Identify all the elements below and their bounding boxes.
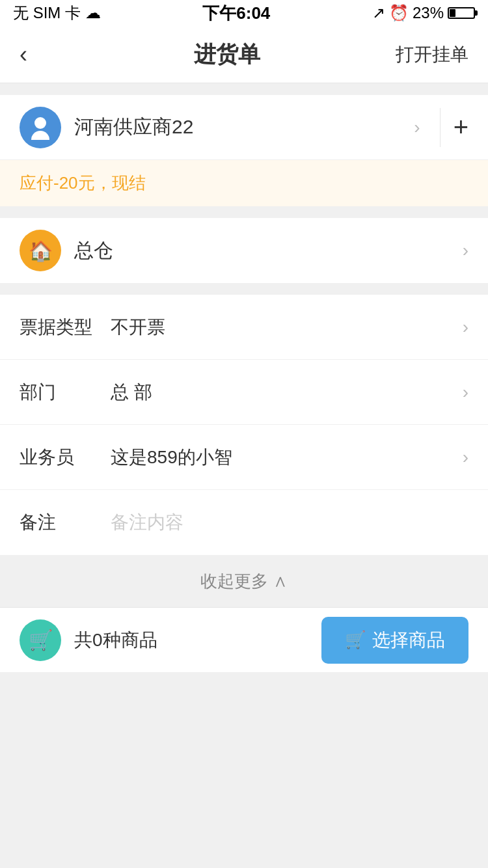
warehouse-chevron-icon: › [463, 240, 468, 261]
salesperson-chevron-icon: › [463, 447, 468, 468]
status-right: ↗ ⏰ 23% [372, 4, 475, 22]
warehouse-row[interactable]: 🏠 总仓 › [0, 218, 488, 283]
department-row[interactable]: 部门 总 部 › [0, 360, 488, 425]
top-divider [0, 83, 488, 95]
page-title: 进货单 [194, 40, 260, 70]
add-supplier-button[interactable]: + [454, 113, 468, 142]
battery-icon [448, 7, 475, 19]
warehouse-icon-wrap: 🏠 [20, 230, 61, 271]
vertical-divider [440, 108, 441, 147]
supplier-name: 河南供应商22 [74, 114, 414, 141]
cart-icon: 🛒 [29, 629, 53, 651]
invoice-type-row[interactable]: 票据类型 不开票 › [0, 295, 488, 360]
supplier-avatar [20, 107, 61, 148]
section-gap-1 [0, 206, 488, 218]
note-value: 备注内容 [111, 510, 468, 535]
bottom-bar: 🛒 共0种商品 🛒 选择商品 [0, 607, 488, 672]
cart-icon-wrap: 🛒 [20, 619, 61, 661]
house-icon: 🏠 [29, 239, 53, 262]
supplier-row[interactable]: 河南供应商22 › + [0, 95, 488, 160]
page-fill [0, 672, 488, 867]
invoice-type-label: 票据类型 [20, 315, 111, 340]
department-value: 总 部 [111, 380, 463, 405]
sim-label: 无 SIM 卡 ☁ [13, 3, 101, 23]
status-time: 下午6:04 [202, 2, 270, 25]
open-pending-button[interactable]: 打开挂单 [396, 42, 468, 67]
invoice-type-chevron-icon: › [463, 317, 468, 338]
salesperson-label: 业务员 [20, 445, 111, 470]
warehouse-name: 总仓 [74, 237, 463, 264]
location-icon: ↗ [372, 4, 385, 22]
salesperson-row[interactable]: 业务员 这是859的小智 › [0, 425, 488, 490]
form-section: 票据类型 不开票 › 部门 总 部 › 业务员 这是859的小智 › 备注 备注… [0, 295, 488, 555]
select-product-button[interactable]: 🛒 选择商品 [321, 617, 468, 664]
notice-banner: 应付-20元，现结 [0, 160, 488, 206]
status-bar: 无 SIM 卡 ☁ 下午6:04 ↗ ⏰ 23% [0, 0, 488, 26]
department-label: 部门 [20, 380, 111, 405]
alarm-icon: ⏰ [389, 4, 409, 22]
nav-bar: ‹ 进货单 打开挂单 [0, 26, 488, 83]
salesperson-value: 这是859的小智 [111, 445, 463, 470]
status-left: 无 SIM 卡 ☁ [13, 3, 101, 23]
note-row[interactable]: 备注 备注内容 [0, 490, 488, 555]
battery-percentage: 23% [413, 4, 444, 22]
note-label: 备注 [20, 510, 111, 535]
select-product-label: 选择商品 [372, 628, 445, 653]
select-product-icon: 🛒 [345, 630, 366, 650]
person-icon [30, 117, 51, 138]
back-button[interactable]: ‹ [20, 41, 59, 68]
invoice-type-value: 不开票 [111, 315, 463, 340]
department-chevron-icon: › [463, 382, 468, 403]
collapse-toggle[interactable]: 收起更多 ∧ [0, 555, 488, 607]
collapse-label: 收起更多 ∧ [200, 570, 287, 593]
product-count: 共0种商品 [74, 628, 321, 653]
supplier-chevron-icon: › [414, 117, 420, 138]
